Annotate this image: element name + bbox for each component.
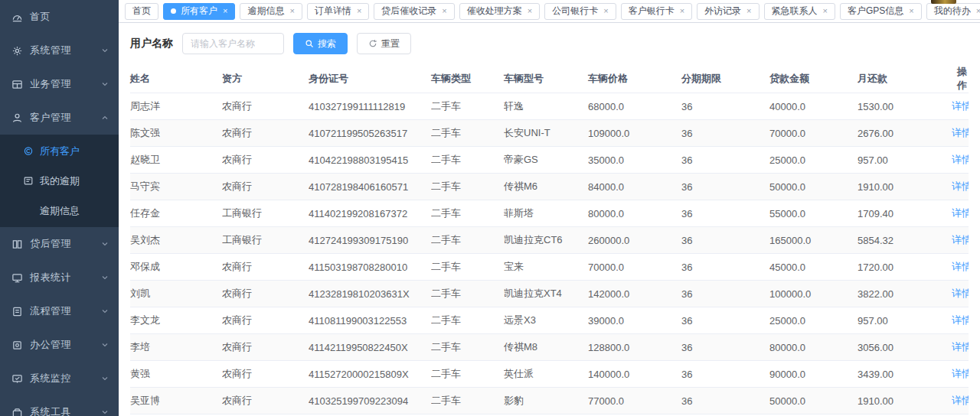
sidebar-item-6[interactable]: 流程管理 [0, 294, 119, 328]
sidebar-subitem-label: 我的逾期 [40, 174, 80, 188]
tab-8[interactable]: 外访记录× [697, 3, 759, 20]
table-cell: 41232819810203631X [309, 281, 431, 307]
table-cell: 109000.0 [588, 120, 681, 147]
table-cell: 二手车 [431, 147, 504, 174]
tab-7[interactable]: 客户银行卡× [621, 3, 692, 20]
tab-3[interactable]: 订单详情× [307, 3, 369, 20]
table-cell: 1720.00 [858, 254, 952, 281]
sidebar-item-5[interactable]: 报表统计 [0, 261, 119, 294]
chevron-down-icon [100, 307, 109, 316]
search-input[interactable] [182, 33, 284, 54]
table-cell: 二手车 [431, 120, 504, 147]
table-cell-action: 详情 [952, 254, 969, 281]
app-window: 首页系统管理业务管理客户管理所有客户我的逾期逾期信息贷后管理报表统计流程管理办公… [0, 0, 980, 416]
content-panel: 用户名称 搜索 重置 [119, 23, 980, 416]
tab-1[interactable]: 所有客户× [163, 3, 235, 20]
search-button[interactable]: 搜索 [293, 33, 348, 54]
search-button-label: 搜索 [318, 37, 336, 50]
detail-link[interactable]: 详情 [952, 314, 969, 326]
detail-link[interactable]: 详情 [952, 261, 969, 272]
chevron-down-icon [100, 374, 109, 383]
table-cell: 1910.00 [858, 174, 952, 200]
tab-6[interactable]: 公司银行卡× [544, 3, 616, 20]
close-icon[interactable]: × [909, 7, 913, 15]
table-cell: 二手车 [431, 388, 504, 414]
search-field-label: 用户名称 [130, 37, 173, 50]
detail-link[interactable]: 详情 [952, 154, 969, 165]
chevron-down-icon [100, 46, 109, 55]
detail-link[interactable]: 详情 [952, 395, 969, 406]
refresh-icon [368, 39, 377, 48]
detail-link[interactable]: 详情 [952, 341, 969, 353]
detail-link[interactable]: 详情 [952, 234, 969, 245]
tab-10[interactable]: 客户GPS信息× [840, 3, 922, 20]
sidebar-item-1[interactable]: 系统管理 [0, 34, 119, 67]
search-form: 用户名称 搜索 重置 [130, 32, 969, 55]
tab-11[interactable]: 我的待办× [926, 3, 980, 20]
reset-button[interactable]: 重置 [357, 33, 411, 54]
sidebar-subitem-0[interactable]: 所有客户 [0, 136, 119, 166]
sidebar-item-4[interactable]: 贷后管理 [0, 227, 119, 261]
sidebar-item-2[interactable]: 业务管理 [0, 67, 119, 101]
detail-link[interactable]: 详情 [952, 180, 969, 192]
table-cell: 周志洋 [130, 93, 222, 120]
close-icon[interactable]: × [746, 7, 751, 15]
close-icon[interactable]: × [289, 7, 294, 15]
column-header: 车辆类型 [431, 65, 504, 93]
sidebar-item-3[interactable]: 客户管理 [0, 101, 119, 135]
table-cell: 36 [681, 120, 769, 147]
tab-bar: 首页所有客户×逾期信息×订单详情×贷后催收记录×催收处理方案×公司银行卡×客户银… [119, 0, 980, 23]
close-icon[interactable]: × [357, 7, 361, 15]
sidebar-item-label: 系统工具 [30, 405, 100, 416]
close-icon[interactable]: × [823, 7, 828, 15]
main-area: 首页所有客户×逾期信息×订单详情×贷后催收记录×催收处理方案×公司银行卡×客户银… [119, 0, 980, 416]
detail-link[interactable]: 详情 [952, 368, 969, 379]
avatar-image[interactable] [931, 0, 956, 4]
close-icon[interactable]: × [680, 7, 684, 15]
tab-label: 客户GPS信息 [848, 5, 903, 18]
table-cell: 25000.0 [769, 147, 858, 174]
detail-link[interactable]: 详情 [952, 127, 969, 138]
table-cell: 36 [681, 147, 769, 174]
tab-label: 订单详情 [315, 5, 351, 18]
sidebar-item-0[interactable]: 首页 [0, 0, 119, 34]
detail-link[interactable]: 详情 [952, 288, 969, 299]
sidebar-item-label: 系统管理 [30, 44, 100, 57]
tab-0[interactable]: 首页 [125, 3, 158, 20]
sidebar-item-8[interactable]: 系统监控 [0, 362, 119, 395]
close-icon[interactable]: × [976, 7, 980, 15]
table-cell: 凯迪拉克XT4 [504, 281, 588, 307]
table-cell: 1709.40 [858, 200, 952, 227]
table-cell: 36 [681, 307, 769, 334]
tab-5[interactable]: 催收处理方案× [459, 3, 540, 20]
office-icon [11, 339, 23, 351]
table-cell: 农商行 [222, 120, 309, 147]
close-icon[interactable]: × [603, 7, 608, 15]
close-icon[interactable]: × [442, 7, 446, 15]
table-cell: 吴亚博 [130, 388, 222, 414]
table-cell: 39000.0 [588, 307, 681, 334]
detail-link[interactable]: 详情 [952, 207, 969, 219]
sidebar-subitem-2[interactable]: 逾期信息 [0, 196, 119, 226]
table-cell: 1910.00 [858, 388, 952, 414]
sidebar-item-9[interactable]: 系统工具 [0, 395, 119, 416]
tab-label: 所有客户 [181, 5, 217, 18]
tab-9[interactable]: 紧急联系人× [764, 3, 835, 20]
table-cell: 3056.00 [858, 334, 952, 361]
table-cell: 吴刘杰 [130, 227, 222, 254]
tab-4[interactable]: 贷后催收记录× [374, 3, 454, 20]
sidebar-item-7[interactable]: 办公管理 [0, 328, 119, 362]
table-cell: 赵晓卫 [130, 147, 222, 174]
close-icon[interactable]: × [223, 7, 227, 15]
my-overdue-icon [23, 176, 34, 187]
table-cell: 工商银行 [222, 200, 309, 227]
tab-2[interactable]: 逾期信息× [240, 3, 302, 20]
table-cell: 957.00 [858, 147, 952, 174]
detail-link[interactable]: 详情 [952, 100, 969, 112]
tab-label: 外访记录 [704, 5, 741, 18]
table-cell: 农商行 [222, 281, 309, 307]
table-cell: 36 [681, 361, 769, 388]
table-cell: 二手车 [431, 200, 504, 227]
close-icon[interactable]: × [528, 7, 532, 15]
sidebar-subitem-1[interactable]: 我的逾期 [0, 166, 119, 196]
